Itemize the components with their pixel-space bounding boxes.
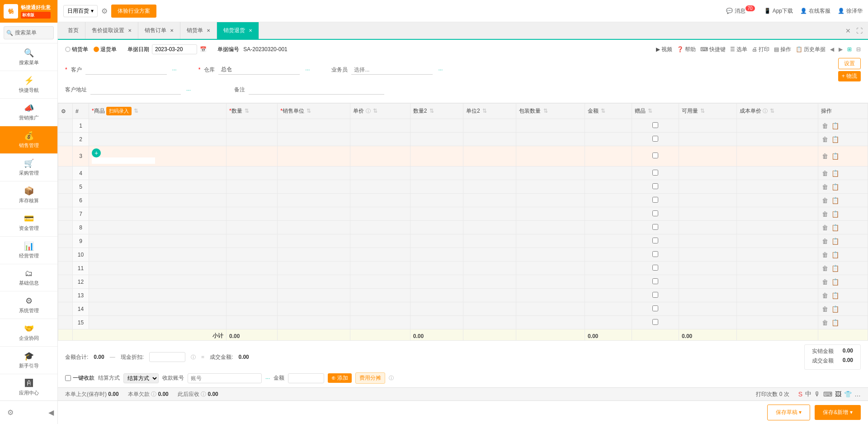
costprice-info-icon[interactable]: ⓘ xyxy=(763,108,768,114)
cell-qty2-0[interactable] xyxy=(410,119,463,133)
cell-available-0[interactable] xyxy=(679,119,736,133)
price-info-icon[interactable]: ⓘ xyxy=(366,108,371,114)
cell-qty2-4[interactable] xyxy=(410,180,463,194)
cell-unit2-12[interactable] xyxy=(463,289,516,302)
add-row-button[interactable]: + xyxy=(92,148,101,157)
delete-icon-14[interactable]: 🗑 xyxy=(822,319,828,326)
gift-checkbox-2[interactable] xyxy=(652,152,658,158)
sort-unit[interactable]: ⇅ xyxy=(307,108,311,114)
gift-checkbox-8[interactable] xyxy=(652,238,658,243)
delete-icon-4[interactable]: 🗑 xyxy=(822,183,828,191)
sidebar-item-operations[interactable]: 📊 经营管理 xyxy=(0,237,57,264)
cell-unit2-5[interactable] xyxy=(463,194,516,207)
cell-qty2-10[interactable] xyxy=(410,262,463,275)
cell-amount-4[interactable] xyxy=(585,180,632,194)
cell-price-10[interactable] xyxy=(350,262,410,275)
cell-costprice-2[interactable] xyxy=(736,146,818,167)
tab-close-sales_order[interactable]: ✕ xyxy=(170,28,174,33)
cell-product-4[interactable] xyxy=(89,180,226,194)
cell-available-13[interactable] xyxy=(679,302,736,316)
tab-sales_return[interactable]: 销货退货✕ xyxy=(217,22,259,39)
copy-icon-2[interactable]: 📋 xyxy=(831,152,839,160)
cell-pkgqty-2[interactable] xyxy=(516,146,585,167)
cell-unit2-0[interactable] xyxy=(463,119,516,133)
cell-product-11[interactable] xyxy=(89,275,226,289)
cell-product-13[interactable] xyxy=(89,302,226,316)
add-logistics-button[interactable]: + 物流 xyxy=(838,71,861,81)
cell-qty2-6[interactable] xyxy=(410,207,463,221)
sort-amount[interactable]: ⇅ xyxy=(601,108,605,114)
cell-unit2-3[interactable] xyxy=(463,167,516,180)
copy-icon-7[interactable]: 📋 xyxy=(831,224,839,231)
cell-gift-11[interactable] xyxy=(632,275,679,289)
cell-pkgqty-10[interactable] xyxy=(516,262,585,275)
warehouse-input[interactable] xyxy=(218,65,300,75)
cell-available-3[interactable] xyxy=(679,167,736,180)
cell-costprice-13[interactable] xyxy=(736,302,818,316)
cell-price-14[interactable] xyxy=(350,316,410,329)
cell-price-1[interactable] xyxy=(350,133,410,146)
gift-checkbox-3[interactable] xyxy=(652,170,658,176)
radio-return[interactable]: 退货单 xyxy=(94,46,117,53)
copy-icon-12[interactable]: 📋 xyxy=(831,292,839,299)
cell-gift-6[interactable] xyxy=(632,207,679,221)
cell-pkgqty-8[interactable] xyxy=(516,234,585,248)
copy-icon-9[interactable]: 📋 xyxy=(831,251,839,258)
cell-unit-13[interactable] xyxy=(278,302,350,316)
cell-costprice-9[interactable] xyxy=(736,248,818,262)
cell-qty-0[interactable] xyxy=(226,119,278,133)
cell-product-7[interactable] xyxy=(89,221,226,234)
gift-checkbox-6[interactable] xyxy=(652,210,658,216)
cell-price-3[interactable] xyxy=(350,167,410,180)
cell-available-12[interactable] xyxy=(679,289,736,302)
sidebar-collapse-button[interactable]: ◀ xyxy=(48,405,54,420)
cell-pkgqty-7[interactable] xyxy=(516,221,585,234)
cell-unit-3[interactable] xyxy=(278,167,350,180)
copy-icon-8[interactable]: 📋 xyxy=(831,238,839,245)
close-all-tabs[interactable]: ✕ xyxy=(842,27,854,34)
cell-qty-2[interactable] xyxy=(226,146,278,167)
cell-qty2-9[interactable] xyxy=(410,248,463,262)
app-download-button[interactable]: 📱 App下载 xyxy=(764,7,793,15)
sort-available[interactable]: ⇅ xyxy=(700,108,705,114)
copy-icon-13[interactable]: 📋 xyxy=(831,305,839,313)
sidebar-item-shortcut[interactable]: ⚡ 快捷导航 xyxy=(0,71,57,99)
cell-pkgqty-9[interactable] xyxy=(516,248,585,262)
cell-unit2-7[interactable] xyxy=(463,221,516,234)
cell-product-0[interactable] xyxy=(89,119,226,133)
delete-icon-0[interactable]: 🗑 xyxy=(822,122,828,129)
sidebar-item-coop[interactable]: 🤝 企业协同 xyxy=(0,319,57,347)
cell-unit2-10[interactable] xyxy=(463,262,516,275)
cell-amount-0[interactable] xyxy=(585,119,632,133)
gift-checkbox-11[interactable] xyxy=(652,278,658,284)
note-input[interactable] xyxy=(249,85,384,95)
view-mode-2[interactable]: ⊟ xyxy=(856,46,861,52)
cell-costprice-1[interactable] xyxy=(736,133,818,146)
cell-qty-9[interactable] xyxy=(226,248,278,262)
customer-picker[interactable]: ··· xyxy=(172,67,177,73)
copy-icon-14[interactable]: 📋 xyxy=(831,319,839,326)
th-costprice[interactable]: 成本单价 ⓘ ⇅ xyxy=(736,104,818,119)
gift-checkbox-10[interactable] xyxy=(652,265,658,271)
cell-price-9[interactable] xyxy=(350,248,410,262)
cell-unit-5[interactable] xyxy=(278,194,350,207)
cell-costprice-8[interactable] xyxy=(736,234,818,248)
delete-icon-10[interactable]: 🗑 xyxy=(822,265,828,272)
sort-unit2[interactable]: ⇅ xyxy=(482,108,487,114)
save-draft-dropdown[interactable]: ▾ xyxy=(799,409,802,415)
cell-gift-0[interactable] xyxy=(632,119,679,133)
cell-available-10[interactable] xyxy=(679,262,736,275)
cell-product-8[interactable] xyxy=(89,234,226,248)
topbar-settings-icon[interactable]: ⚙ xyxy=(101,7,108,15)
cell-available-6[interactable] xyxy=(679,207,736,221)
copy-icon-3[interactable]: 📋 xyxy=(831,170,839,177)
th-available[interactable]: 可用量 ⇅ xyxy=(679,104,736,119)
cell-costprice-10[interactable] xyxy=(736,262,818,275)
cell-qty2-2[interactable] xyxy=(410,146,463,167)
cell-unit2-6[interactable] xyxy=(463,207,516,221)
cell-costprice-5[interactable] xyxy=(736,194,818,207)
product-input[interactable] xyxy=(92,157,155,164)
gift-checkbox-0[interactable] xyxy=(652,122,658,128)
cell-available-5[interactable] xyxy=(679,194,736,207)
cell-unit-0[interactable] xyxy=(278,119,350,133)
